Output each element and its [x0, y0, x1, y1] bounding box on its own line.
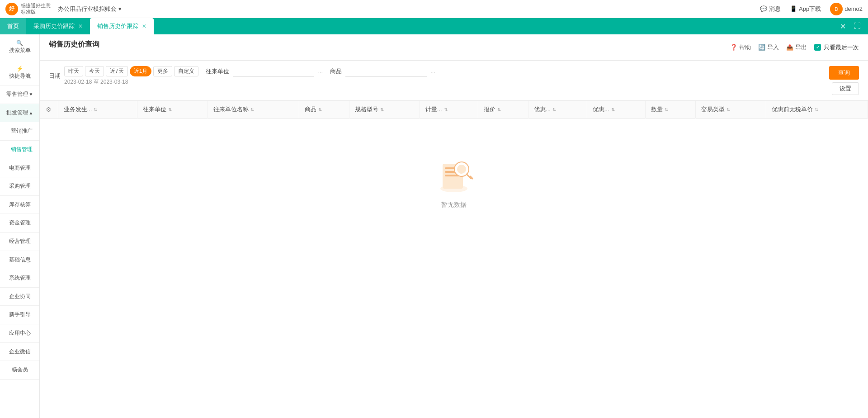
- sidebar-item-system-mgmt[interactable]: 系统管理: [0, 269, 39, 288]
- col-discount1[interactable]: 优惠... ⇅: [528, 101, 587, 119]
- sort-icon-unit: ⇅: [444, 107, 448, 112]
- message-action[interactable]: 💬 消息: [760, 5, 781, 13]
- date-range-text: 2023-02-18 至 2023-03-18: [64, 78, 198, 86]
- user-profile[interactable]: D demo2: [830, 3, 863, 15]
- col-product[interactable]: 商品 ⇅: [299, 101, 349, 119]
- export-icon: 📤: [786, 44, 793, 51]
- search-menu-icon: 🔍: [16, 40, 23, 46]
- date-btn-last1m[interactable]: 近1月: [130, 66, 152, 76]
- col-pre-discount-price[interactable]: 优惠前无税单价 ⇅: [766, 101, 868, 119]
- date-options: 昨天 今天 近7天 近1月 更多 自定义 2023-02-18 至 2023-0…: [64, 66, 198, 86]
- quick-nav-icon: ⚡: [16, 66, 23, 72]
- date-btn-last7[interactable]: 近7天: [106, 66, 128, 76]
- help-icon: ❓: [730, 44, 737, 51]
- wholesale-mgmt-arrow: ▲: [29, 110, 33, 115]
- tab-purchase-history-close[interactable]: ✕: [78, 23, 83, 29]
- sidebar-item-search-menu[interactable]: 🔍 搜索菜单: [0, 34, 39, 60]
- sidebar-item-quick-nav[interactable]: ⚡ 快捷导航: [0, 60, 39, 86]
- sidebar-item-ops-mgmt[interactable]: 经营管理: [0, 233, 39, 251]
- sidebar-item-marketing-promo[interactable]: 营销推广: [0, 122, 39, 141]
- sidebar-item-retail-mgmt[interactable]: 零售管理 ▼: [0, 86, 39, 104]
- data-table: ⚙ 业务发生... ⇅ 往来单位 ⇅: [40, 101, 868, 119]
- date-btn-more[interactable]: 更多: [153, 66, 172, 76]
- close-tab-btn[interactable]: ✕: [837, 21, 848, 32]
- sidebar-item-inventory-check[interactable]: 库存核算: [0, 196, 39, 214]
- filter-bar: 日期 昨天 今天 近7天 近1月 更多 自定义 2023-02-18 至 202…: [40, 61, 868, 101]
- query-button[interactable]: 查询: [829, 66, 859, 80]
- sidebar-item-basic-info[interactable]: 基础信息: [0, 251, 39, 270]
- counterparty-dots[interactable]: ···: [318, 68, 323, 75]
- sidebar-item-enterprise-wechat[interactable]: 企业微信: [0, 343, 39, 361]
- sort-icon-counterparty-code: ⇅: [168, 107, 172, 112]
- user-avatar: D: [830, 3, 843, 15]
- tab-sales-history-close[interactable]: ✕: [142, 23, 146, 29]
- sort-icon-trade-type: ⇅: [726, 107, 730, 112]
- logo: 好 畅捷通好生意 标准版: [5, 3, 51, 15]
- retail-mgmt-arrow: ▼: [29, 92, 33, 97]
- product-filter-group: 商品 ···: [330, 66, 435, 77]
- date-buttons: 昨天 今天 近7天 近1月 更多 自定义: [64, 66, 198, 76]
- sidebar-item-purchase-mgmt[interactable]: 采购管理: [0, 177, 39, 196]
- table-container: ⚙ 业务发生... ⇅ 往来单位 ⇅: [40, 101, 868, 418]
- sort-icon-counterparty-name: ⇅: [250, 107, 254, 112]
- top-bar-actions: 💬 消息 📱 App下载 D demo2: [760, 3, 863, 15]
- settings-button[interactable]: 设置: [832, 82, 859, 95]
- date-label: 日期: [49, 72, 61, 80]
- date-btn-today[interactable]: 今天: [85, 66, 104, 76]
- col-counterparty-code[interactable]: 往来单位 ⇅: [137, 101, 208, 119]
- sort-icon-discount1: ⇅: [552, 107, 556, 112]
- col-settings[interactable]: ⚙: [40, 101, 58, 119]
- logo-icon: 好: [5, 3, 18, 15]
- col-quantity[interactable]: 数量 ⇅: [646, 101, 696, 119]
- page-title: 销售历史价查询: [49, 40, 99, 49]
- counterparty-filter-group: 往来单位 ···: [206, 66, 323, 77]
- date-btn-yesterday[interactable]: 昨天: [64, 66, 83, 76]
- sort-icon-pre-discount-price: ⇅: [815, 107, 818, 112]
- only-last-label: 只看最后一次: [824, 43, 859, 52]
- window-title-dropdown[interactable]: 办公用品行业模拟账套 ▾: [58, 5, 122, 13]
- sidebar-item-sales-mgmt[interactable]: 销售管理: [0, 141, 39, 159]
- empty-state-icon: [434, 155, 474, 195]
- only-last-once[interactable]: 只看最后一次: [814, 43, 859, 52]
- col-quote[interactable]: 报价 ⇅: [478, 101, 528, 119]
- col-biz-date[interactable]: 业务发生... ⇅: [58, 101, 137, 119]
- empty-text: 暂无数据: [441, 201, 467, 209]
- sort-icon-biz-date: ⇅: [94, 107, 97, 112]
- sidebar-item-wholesale-mgmt[interactable]: 批发管理 ▲: [0, 104, 39, 123]
- product-dots[interactable]: ···: [430, 68, 435, 75]
- gear-icon[interactable]: ⚙: [46, 106, 52, 113]
- product-input[interactable]: [345, 66, 427, 77]
- date-btn-custom[interactable]: 自定义: [174, 66, 198, 76]
- import-action[interactable]: 🔄 导入: [758, 43, 779, 52]
- app-download-action[interactable]: 📱 App下载: [790, 5, 821, 13]
- sidebar-item-enterprise-collab[interactable]: 企业协同: [0, 288, 39, 306]
- sidebar-item-vip-member[interactable]: 畅会员: [0, 361, 39, 380]
- tab-sales-history[interactable]: 销售历史价跟踪 ✕: [90, 18, 154, 34]
- counterparty-input[interactable]: [233, 66, 314, 77]
- tab-bar-actions: ✕ ⛶: [837, 21, 868, 32]
- tab-purchase-history[interactable]: 采购历史价跟踪 ✕: [26, 18, 90, 34]
- help-action[interactable]: ❓ 帮助: [730, 43, 751, 52]
- content-area: 销售历史价查询 ❓ 帮助 🔄 导入 📤 导出: [40, 34, 868, 418]
- col-discount2[interactable]: 优惠... ⇅: [587, 101, 646, 119]
- import-icon: 🔄: [758, 44, 765, 51]
- only-last-checkbox[interactable]: [814, 44, 821, 51]
- main-layout: 🔍 搜索菜单 ⚡ 快捷导航 零售管理 ▼ 批发管理 ▲ 营销推广 销售管理 电商…: [0, 34, 868, 418]
- export-action[interactable]: 📤 导出: [786, 43, 807, 52]
- sort-icon-quantity: ⇅: [665, 107, 668, 112]
- sort-icon-discount2: ⇅: [611, 107, 615, 112]
- app-download-icon: 📱: [790, 5, 797, 12]
- col-trade-type[interactable]: 交易类型 ⇅: [695, 101, 766, 119]
- maximize-btn[interactable]: ⛶: [852, 21, 863, 32]
- sidebar-item-new-guide[interactable]: 新手引导: [0, 306, 39, 324]
- sidebar-item-ecommerce-mgmt[interactable]: 电商管理: [0, 159, 39, 178]
- message-icon: 💬: [760, 5, 767, 12]
- sidebar-item-app-center[interactable]: 应用中心: [0, 324, 39, 343]
- col-spec[interactable]: 规格型号 ⇅: [349, 101, 420, 119]
- tab-bar: 首页 采购历史价跟踪 ✕ 销售历史价跟踪 ✕ ✕ ⛶: [0, 18, 868, 34]
- tab-home[interactable]: 首页: [0, 18, 26, 34]
- col-counterparty-name[interactable]: 往来单位名称 ⇅: [208, 101, 299, 119]
- col-unit[interactable]: 计量... ⇅: [420, 101, 478, 119]
- sidebar: 🔍 搜索菜单 ⚡ 快捷导航 零售管理 ▼ 批发管理 ▲ 营销推广 销售管理 电商…: [0, 34, 40, 418]
- sidebar-item-finance-mgmt[interactable]: 资金管理: [0, 214, 39, 233]
